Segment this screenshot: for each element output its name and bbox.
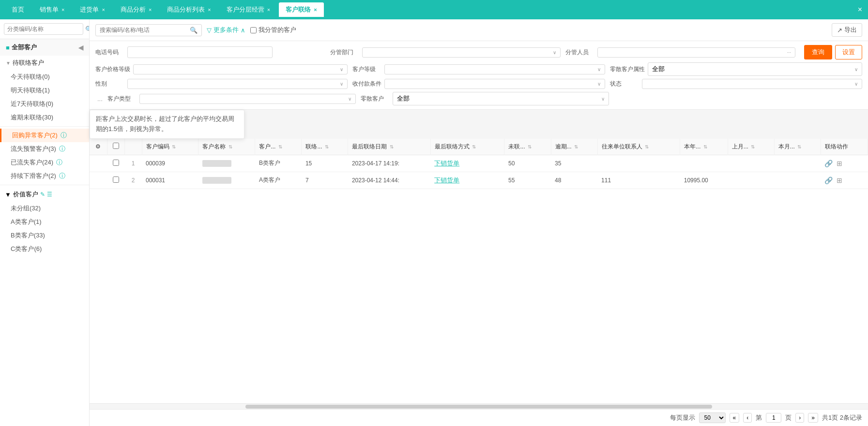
retail-attr-select[interactable]: 全部 ∨ [648, 62, 862, 76]
row2-method-link[interactable]: 下销货单 [434, 176, 459, 184]
sort-contacts-icon: ⇅ [325, 144, 329, 149]
close-sales-tab[interactable]: × [61, 7, 64, 13]
status-select[interactable]: ∨ [642, 79, 862, 89]
col-name-header[interactable]: 客户名称 ⇅ [198, 139, 255, 155]
row1-checkbox[interactable] [113, 160, 119, 166]
phone-input[interactable] [127, 46, 273, 58]
price-level-select[interactable]: ∨ [133, 64, 348, 74]
col-overdue-header[interactable]: 逾期... ⇅ [551, 139, 597, 155]
sidebar-item-lost-warning[interactable]: 流失预警客户(3) ⓘ [0, 142, 89, 156]
more-filter-ellipsis[interactable]: ... [97, 95, 103, 103]
sidebar-item-ungrouped[interactable]: 未分组(32) [0, 202, 89, 215]
close-purchase-tab[interactable]: × [102, 7, 105, 13]
nav-customer-contact[interactable]: 客户联络 × [279, 2, 323, 17]
search-icon[interactable]: 🔍 [190, 27, 198, 34]
row1-method-link[interactable]: 下销货单 [434, 160, 459, 167]
collapse-icon[interactable]: ◀ [78, 44, 83, 51]
row1-grid-icon[interactable]: ⊞ [837, 160, 842, 167]
row2-this-year: 10995.00 [680, 172, 728, 189]
top-toolbar: 🔍 ▽ 更多条件 ∧ 我分管的客户 ↗ 导出 [90, 19, 868, 41]
all-customers-section[interactable]: ■ 全部客户 ◀ [0, 39, 89, 56]
close-customer-layers-tab[interactable]: × [267, 7, 270, 13]
row1-action: 🔗 ⊞ [821, 155, 868, 172]
filter-actions: 查询 设置 [804, 45, 862, 59]
row2-code: 000031 [142, 172, 198, 189]
nav-purchase[interactable]: 进货单 × [73, 2, 111, 17]
row1-no: 1 [124, 155, 142, 172]
col-last-date-header[interactable]: 最后联络日期 ⇅ [348, 139, 430, 155]
page-number-input[interactable] [766, 413, 781, 423]
nav-product-analysis[interactable]: 商品分析 × [114, 2, 158, 17]
more-conditions-toggle[interactable]: ▽ 更多条件 ∧ [207, 26, 245, 34]
col-contacts-header[interactable]: 联络... ⇅ [302, 139, 348, 155]
row1-link-icon[interactable]: 🔗 [824, 160, 833, 167]
sidebar-item-today[interactable]: 今天待联络(0) [0, 70, 89, 84]
sidebar-item-c-class[interactable]: C类客户(6) [0, 242, 89, 256]
my-customers-checkbox[interactable] [250, 27, 257, 33]
sidebar-search-icon[interactable]: 🔍 [85, 26, 90, 33]
filter-panel: 电话号码 分管部门 ∨ 分管人员 ··· [90, 41, 868, 110]
nav-product-analysis-list[interactable]: 商品分析列表 × [160, 2, 217, 17]
gender-select[interactable]: ∨ [127, 79, 348, 89]
window-close-button[interactable]: × [858, 5, 862, 14]
export-icon: ↗ [837, 27, 842, 34]
per-page-select[interactable]: 50 20 100 [699, 412, 726, 423]
row1-action-icons: 🔗 ⊞ [824, 160, 864, 167]
col-this-month-header[interactable]: 本月... ⇅ [774, 139, 821, 155]
row2-link-icon[interactable]: 🔗 [824, 176, 833, 184]
first-page-button[interactable]: « [730, 413, 740, 423]
sidebar-item-overdue-contact[interactable]: 逾期未联络(30) [0, 111, 89, 124]
horizontal-scrollbar[interactable] [90, 403, 868, 409]
prev-page-button[interactable]: ‹ [743, 413, 752, 423]
dept-select[interactable]: ∨ [362, 47, 560, 58]
sidebar-divider-2 [0, 185, 89, 185]
col-code-header[interactable]: 客户编码 ⇅ [142, 139, 198, 155]
value-customer-section: ▼ 价值客户 ✎ ☰ [0, 187, 89, 202]
col-last-method-header[interactable]: 最后联络方式 ⇅ [430, 139, 504, 155]
customer-level-select[interactable]: ∨ [384, 64, 605, 74]
nav-home[interactable]: 首页 [5, 2, 31, 17]
nav-sales[interactable]: 销售单 × [33, 2, 71, 17]
col-settings[interactable]: ⚙ [90, 139, 107, 155]
sidebar-item-repurchase-abnormal[interactable]: 回购异常客户(2) ⓘ [0, 129, 89, 142]
row2-checkbox[interactable] [113, 176, 119, 183]
sort-code-icon: ⇅ [172, 144, 176, 149]
nav-customer-layers[interactable]: 客户分层经营 × [220, 2, 277, 17]
sidebar-item-7days[interactable]: 近7天待联络(0) [0, 97, 89, 111]
table-row: 1 000039 B类客户 15 2023-04-17 14:19: 下销货单 … [90, 155, 868, 172]
row1-type: B类客户 [255, 155, 302, 172]
col-last-month-header[interactable]: 上月... ⇅ [728, 139, 774, 155]
manager-select[interactable]: ··· [597, 47, 795, 58]
edit-icon[interactable]: ✎ [40, 191, 45, 198]
search-input[interactable] [100, 27, 187, 33]
payment-select[interactable]: ∨ [384, 79, 605, 89]
col-type-header[interactable]: 客户... ⇅ [255, 139, 302, 155]
scrollbar-thumb[interactable] [245, 405, 713, 409]
col-no-header [124, 139, 142, 155]
sidebar-item-lost[interactable]: 已流失客户(24) ⓘ [0, 156, 89, 169]
col-checkbox-header[interactable] [107, 139, 124, 155]
select-all-checkbox[interactable] [113, 143, 119, 149]
customer-type-select[interactable]: ∨ [139, 94, 356, 104]
close-customer-contact-tab[interactable]: × [314, 7, 317, 13]
sidebar-item-declining[interactable]: 持续下滑客户(2) ⓘ [0, 169, 89, 183]
sidebar-item-b-class[interactable]: B类客户(33) [0, 229, 89, 242]
setting-button[interactable]: 设置 [835, 45, 862, 59]
query-button[interactable]: 查询 [804, 45, 832, 59]
close-product-analysis-tab[interactable]: × [149, 7, 152, 13]
add-icon[interactable]: ☰ [47, 191, 52, 198]
export-button[interactable]: ↗ 导出 [832, 23, 862, 37]
next-page-button[interactable]: › [795, 413, 804, 423]
col-uncontacted-header[interactable]: 未联... ⇅ [504, 139, 551, 155]
sidebar-item-a-class[interactable]: A类客户(1) [0, 215, 89, 229]
last-page-button[interactable]: » [808, 413, 818, 423]
group-title-pending[interactable]: ▼ 待联络客户 [0, 56, 89, 70]
info-icon-2: ⓘ [59, 145, 65, 153]
sidebar-item-tomorrow[interactable]: 明天待联络(1) [0, 84, 89, 97]
row2-grid-icon[interactable]: ⊞ [837, 176, 842, 184]
col-related-header[interactable]: 往来单位联系人 ⇅ [597, 139, 680, 155]
retail-customer-select[interactable]: 全部 ∨ [393, 92, 609, 105]
close-product-list-tab[interactable]: × [208, 7, 211, 13]
col-this-year-header[interactable]: 本年... ⇅ [680, 139, 728, 155]
sidebar-search-input[interactable] [4, 23, 83, 35]
